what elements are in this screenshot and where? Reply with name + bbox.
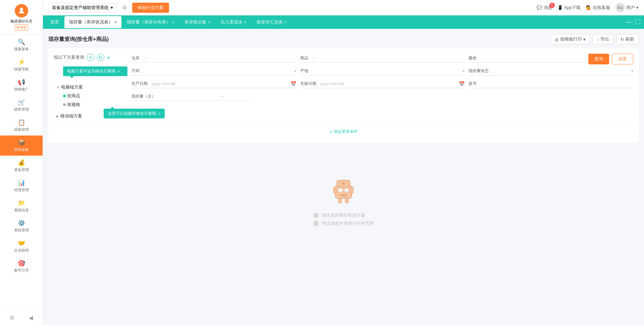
sidebar-item-operations[interactable]: 📊 经营管理: [0, 176, 43, 196]
prod-date-label: 生产日期: [131, 81, 148, 87]
collapse-conditions-button[interactable]: ∧ 收起更多条件: [54, 126, 633, 137]
tab-close-icon[interactable]: ×: [244, 19, 247, 25]
sales-icon: 🛒: [18, 99, 25, 106]
settings-button[interactable]: ⚙: [8, 313, 16, 322]
tab-inventory-status[interactable]: 现存量（库存状况表） ×: [64, 16, 121, 28]
reset-button[interactable]: 设置: [612, 54, 633, 64]
warehouse-field: 仓库 ···: [131, 54, 296, 63]
system-name: 装备及固定资产辅助管理系统: [52, 5, 109, 11]
calendar2-icon[interactable]: 📅: [459, 81, 465, 87]
message-badge: 6: [549, 3, 555, 8]
sidebar-item-label: 基础信息: [14, 208, 29, 213]
sidebar-item-search[interactable]: 🔍 搜索菜单: [0, 35, 43, 55]
sidebar-item-system[interactable]: ⚙️ 系统管理: [0, 216, 43, 236]
inventory-qty-input-to[interactable]: [227, 94, 283, 99]
sidebar-item-newbie[interactable]: 🎯 新手引导: [0, 256, 43, 276]
maximize-button[interactable]: ⛶: [635, 18, 641, 26]
back-icon[interactable]: «: [107, 54, 110, 61]
system-selector[interactable]: 装备及固定资产辅助管理系统 ▾: [48, 3, 117, 12]
size-field[interactable]: 尺码 ▾: [131, 67, 296, 75]
sidebar-item-purchase[interactable]: 📋 采购管理: [0, 115, 43, 136]
template-print-button[interactable]: 🖨 按模板打印 ▾: [550, 34, 590, 44]
refresh-button[interactable]: ↻ 刷新: [616, 34, 639, 44]
template-print-label: 按模板打印: [560, 36, 582, 42]
scheme-item-label: 按商品: [67, 93, 80, 99]
main-area: 装备及固定资产辅助管理系统 ▾ ⚙ 体验行业方案 💬 消息 6 📱 App下载 …: [43, 0, 644, 325]
filter-row-4: 现存量（主） —: [131, 92, 633, 101]
sidebar-item-collab[interactable]: 🤝 企业协同: [0, 236, 43, 256]
expire-date-input[interactable]: [320, 81, 458, 86]
filter-fields: 查询 设置 仓库 ··· 商品 ···: [131, 54, 633, 101]
tab-close-icon[interactable]: ×: [208, 19, 210, 25]
refresh-scheme-button[interactable]: ↻: [97, 54, 104, 61]
gear-icon[interactable]: ⚙: [121, 3, 128, 12]
tab-summary[interactable]: 收发存汇总表 ×: [252, 16, 291, 28]
stock-status-field[interactable]: 现存量状态 ▾: [469, 67, 633, 75]
tab-close-icon[interactable]: ×: [172, 19, 174, 25]
avatar: Ea: [615, 3, 625, 12]
refresh-label: 刷新: [626, 36, 634, 42]
sidebar-item-label: 快捷导航: [14, 67, 29, 72]
tabbar: 首页 现存量（库存状况表） × 现存量（库存分布表） × 库存批次账 × 出入库…: [43, 15, 644, 29]
sidebar-item-marketing[interactable]: 📢 营销推广: [0, 75, 43, 95]
origin-field[interactable]: 产地 ▾: [300, 67, 465, 75]
inventory-qty-input-from[interactable]: [161, 94, 217, 99]
chevron-right-icon: ▼: [56, 86, 60, 89]
collapse-sidebar-button[interactable]: ◀: [28, 313, 34, 322]
sidebar-item-sales[interactable]: 🛒 销售管理: [0, 95, 43, 115]
tab-home[interactable]: 首页: [46, 16, 64, 28]
user-chevron-icon: ▾: [636, 5, 639, 10]
filter-header: 按以下方案查询 + ↻ «: [54, 54, 127, 61]
message-button[interactable]: 💬 消息 6: [537, 5, 552, 11]
calendar-icon[interactable]: 📅: [290, 81, 296, 87]
user-menu[interactable]: Ea 用户 ▾: [615, 3, 639, 12]
tab-inventory-dist[interactable]: 现存量（库存分布表） ×: [122, 16, 179, 28]
sidebar-item-label: 系统管理: [14, 228, 29, 233]
tab-close-icon[interactable]: ×: [114, 19, 117, 25]
tab-close-icon[interactable]: ×: [284, 19, 287, 25]
warehouse-dots[interactable]: ···: [144, 55, 148, 61]
add-scheme-button[interactable]: +: [87, 54, 94, 61]
tooltip-tail2: [110, 107, 114, 109]
sidebar-item-finance[interactable]: 💰 资金管理: [0, 156, 43, 176]
sidebar-item-quicknav[interactable]: ⚡ 快捷导航: [0, 55, 43, 75]
prod-date-input[interactable]: [152, 81, 289, 86]
empty-state: 1 请先选择要分析的方案 2 用过滤条件来缩小分析范围: [48, 147, 639, 253]
quicknav-icon: ⚡: [18, 58, 25, 66]
message-icon: 💬: [537, 5, 542, 10]
tab-batch[interactable]: 库存批次账 ×: [180, 16, 215, 28]
scheme-desktop-group[interactable]: ▼ 电脑端方案: [54, 83, 127, 92]
sidebar-item-inventory[interactable]: 📦 库存核算: [0, 136, 43, 156]
edit-scheme-tooltip-text: 这里可以创建和修改方案哦: [108, 111, 156, 116]
basic-icon: 📁: [18, 199, 25, 207]
trial-button[interactable]: 体验行业方案: [132, 3, 169, 13]
app-download-button[interactable]: 📱 App下载: [557, 5, 581, 11]
scheme-tooltip-close[interactable]: ×: [117, 69, 120, 74]
sidebar-logo: 畅捷通好生意 标准版: [0, 0, 43, 35]
scheme-item-label: 按规格: [67, 102, 80, 108]
page-header: 现存量查询(按仓库+商品) 🖨 按模板打印 ▾ ↑ 导出 ↻ 刷新: [48, 34, 639, 44]
export-button[interactable]: ↑ 导出: [593, 34, 614, 44]
goods-dots[interactable]: ···: [312, 55, 317, 61]
edit-scheme-tooltip-close[interactable]: ×: [158, 111, 161, 116]
export-icon: ↑: [597, 37, 599, 42]
stock-status-label: 现存量状态: [469, 68, 489, 74]
minimize-button[interactable]: —: [625, 18, 632, 26]
scheme-item-spec[interactable]: 按规格: [60, 100, 127, 109]
tab-flow[interactable]: 出入库流水 ×: [216, 16, 251, 28]
sidebar-item-basic[interactable]: 📁 基础信息: [0, 196, 43, 216]
online-support-button[interactable]: 💁 在线客服: [586, 5, 610, 11]
svg-rect-3: [344, 188, 348, 192]
tab-label: 现存量（库存分布表）: [127, 19, 170, 25]
color-label: 颜色: [469, 55, 477, 61]
svg-rect-8: [345, 199, 348, 203]
svg-point-0: [20, 8, 23, 11]
expire-date-field: 失效日期 📅: [300, 79, 465, 88]
step-2-text: 用过滤条件来缩小分析范围: [322, 220, 374, 226]
scheme-item-goods[interactable]: 按商品: [60, 92, 127, 100]
filter-panel: 按以下方案查询 + ↻ « 电脑方案可设为移动方案哦 ×: [48, 48, 639, 143]
system-icon: ⚙️: [18, 219, 25, 227]
query-button[interactable]: 查询: [588, 54, 609, 64]
filter-action-buttons: 查询 设置: [588, 54, 633, 64]
sidebar-item-label: 资金管理: [14, 167, 29, 172]
